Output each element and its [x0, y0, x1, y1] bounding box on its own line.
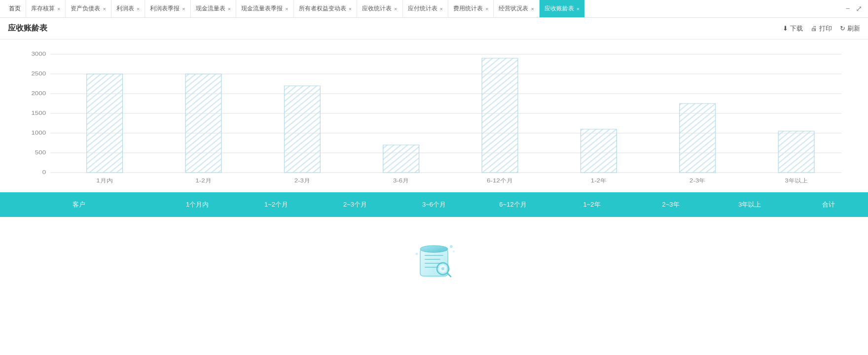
print-button[interactable]: 🖨 打印 [811, 24, 832, 33]
svg-text:2-3月: 2-3月 [294, 178, 310, 184]
svg-text:1-2年: 1-2年 [591, 178, 607, 184]
close-tab-operation[interactable]: × [531, 6, 534, 12]
col-6-12month: 6~12个月 [473, 200, 552, 209]
tab-aging[interactable]: 应收账龄表 × [540, 0, 585, 18]
col-2-3month: 2~3个月 [316, 200, 395, 209]
bar-3-6month [383, 145, 419, 173]
col-1month: 1个月内 [158, 200, 237, 209]
svg-point-35 [453, 250, 455, 252]
col-customer: 客户 [0, 200, 158, 209]
page-title: 应收账龄表 [8, 23, 47, 34]
close-tab-aging[interactable]: × [577, 6, 579, 12]
close-tab-cashflow-q[interactable]: × [285, 6, 288, 12]
tab-cashflow[interactable]: 现金流量表 × [191, 0, 236, 18]
refresh-icon: ↻ [840, 25, 845, 32]
col-2-3year: 2~3年 [631, 200, 710, 209]
svg-point-34 [450, 245, 453, 248]
svg-text:0: 0 [42, 169, 46, 176]
svg-text:1000: 1000 [31, 130, 46, 136]
download-icon: ⬇ [783, 25, 788, 32]
tab-receivable-stat[interactable]: 应收统计表 × [357, 0, 402, 18]
bar-2-3year [680, 104, 716, 173]
print-icon: 🖨 [811, 25, 817, 32]
close-tab-profit[interactable]: × [137, 6, 140, 12]
bar-2-3month [284, 86, 320, 173]
svg-text:3年以上: 3年以上 [785, 178, 808, 184]
close-tab-equity[interactable]: × [349, 6, 352, 12]
svg-text:6-12个月: 6-12个月 [487, 178, 513, 184]
tab-inventory[interactable]: 库存核算 × [26, 0, 66, 18]
close-tab-balance[interactable]: × [103, 6, 106, 12]
col-1-2year: 1~2年 [552, 200, 631, 209]
tab-operation[interactable]: 经营状况表 × [494, 0, 539, 18]
chart-area: 0 500 1000 1500 2000 2500 3000 1月内 [0, 39, 868, 192]
svg-text:2-3年: 2-3年 [689, 178, 705, 184]
svg-text:3-6月: 3-6月 [393, 178, 409, 184]
tab-bar-actions: － ⤢ [844, 3, 864, 14]
col-3-6month: 3~6个月 [395, 200, 473, 209]
close-tab-cashflow[interactable]: × [228, 6, 231, 12]
bar-6-12month [482, 58, 518, 173]
tab-balance[interactable]: 资产负债表 × [66, 0, 111, 18]
svg-text:500: 500 [35, 149, 46, 156]
bar-3plus-year [778, 131, 814, 173]
close-tab-receivable-stat[interactable]: × [394, 6, 397, 12]
close-tab-payable-stat[interactable]: × [440, 6, 443, 12]
tab-profit-q[interactable]: 利润表季报 × [145, 0, 190, 18]
svg-text:1月内: 1月内 [96, 178, 113, 184]
svg-point-36 [416, 253, 418, 255]
tab-expense-stat[interactable]: 费用统计表 × [448, 0, 494, 18]
col-1-2month: 1~2个月 [237, 200, 316, 209]
tab-profit[interactable]: 利润表 × [111, 0, 145, 18]
col-total: 合计 [789, 200, 868, 209]
svg-point-25 [420, 246, 448, 252]
svg-text:2000: 2000 [31, 90, 46, 97]
close-tab-profit-q[interactable]: × [182, 6, 185, 12]
close-tab-inventory[interactable]: × [57, 6, 60, 12]
header-actions: ⬇ 下载 🖨 打印 ↻ 刷新 [783, 24, 860, 33]
maximize-icon[interactable]: ⤢ [856, 4, 862, 13]
col-3plus-year: 3年以上 [710, 200, 789, 209]
bar-chart: 0 500 1000 1500 2000 2500 3000 1月内 [15, 49, 853, 187]
bar-1-2month [185, 74, 221, 173]
svg-line-32 [447, 273, 451, 277]
refresh-button[interactable]: ↻ 刷新 [840, 24, 860, 33]
svg-text:3000: 3000 [31, 51, 46, 57]
table-header: 客户 1个月内 1~2个月 2~3个月 3~6个月 6~12个月 1~2年 2~… [0, 192, 868, 217]
tab-bar: 首页 库存核算 × 资产负债表 × 利润表 × 利润表季报 × 现金流量表 × … [0, 0, 868, 18]
close-tab-expense-stat[interactable]: × [485, 6, 488, 12]
empty-state-icon [409, 237, 459, 286]
tab-equity[interactable]: 所有者权益变动表 × [294, 0, 357, 18]
minimize-icon[interactable]: － [844, 3, 852, 14]
bar-1month [87, 74, 123, 173]
tab-cashflow-q[interactable]: 现金流量表季报 × [236, 0, 293, 18]
page-header: 应收账龄表 ⬇ 下载 🖨 打印 ↻ 刷新 [0, 18, 868, 39]
tab-home[interactable]: 首页 [4, 0, 26, 18]
chart-container: 0 500 1000 1500 2000 2500 3000 1月内 [15, 49, 853, 187]
download-button[interactable]: ⬇ 下载 [783, 24, 803, 33]
svg-point-33 [441, 267, 444, 270]
main-content: 0 500 1000 1500 2000 2500 3000 1月内 [0, 39, 868, 355]
bar-1-2year [581, 129, 617, 173]
empty-state [0, 217, 868, 296]
tab-payable-stat[interactable]: 应付统计表 × [403, 0, 448, 18]
svg-text:2500: 2500 [31, 71, 46, 77]
svg-text:1500: 1500 [31, 110, 46, 116]
svg-text:1-2月: 1-2月 [195, 178, 211, 184]
